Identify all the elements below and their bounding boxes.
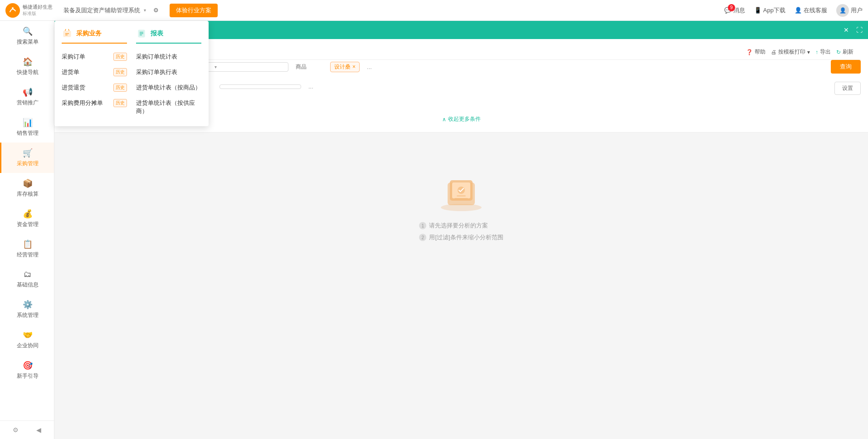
settings-btn[interactable]: 设置 xyxy=(834,82,861,95)
query-btn[interactable]: 查询 xyxy=(831,60,861,74)
phone-icon: 📱 xyxy=(754,7,761,14)
tab-bar-close-icon[interactable]: ✕ xyxy=(842,25,851,35)
dropdown-columns: 采购业务 采购订单 历史 进货单 历史 进货退货 历史 采购费用分摊单 历史 xyxy=(62,28,201,119)
user-avatar: 👤 xyxy=(836,4,849,17)
sidebar-label-marketing: 营销推广 xyxy=(17,99,39,107)
tab-bar-expand-icon[interactable]: ⛶ xyxy=(854,25,864,35)
status-select-arrow: ▾ xyxy=(215,64,217,69)
title-dropdown-arrow[interactable]: ▾ xyxy=(144,8,146,13)
user-btn[interactable]: 👤 用户 xyxy=(836,4,863,17)
app-download-btn[interactable]: 📱 App下载 xyxy=(754,6,785,15)
dropdown-item-inbound-stat-goods-label: 进货单统计表（按商品） xyxy=(136,84,201,92)
sales-icon: 📊 xyxy=(23,118,33,128)
dropdown-item-po-exec-label: 采购订单执行表 xyxy=(136,68,177,76)
dropdown-item-po-stat-label: 采购订单统计表 xyxy=(136,53,177,61)
header-right: 💬 9 消息 📱 App下载 👤 在线客服 👤 用户 xyxy=(724,4,863,17)
logo-version: 标准版 xyxy=(23,10,53,17)
print-label: 按模板打印 xyxy=(778,48,805,56)
report-col-title: 报表 xyxy=(151,30,163,38)
basic-info-icon: 🗂 xyxy=(24,270,32,279)
sidebar-label-operations: 经营管理 xyxy=(17,251,39,259)
print-arrow[interactable]: ▾ xyxy=(807,49,810,55)
logo-title: 畅捷通好生意 xyxy=(23,4,53,10)
sidebar-item-enterprise[interactable]: 🤝 企业协同 xyxy=(0,325,54,355)
empty-state: 1 请先选择要分析的方案 2 用[过滤]条件来缩小分析范围 xyxy=(54,133,868,278)
message-btn[interactable]: 💬 9 消息 xyxy=(724,6,745,15)
dropdown-item-po-stat[interactable]: 采购订单统计表 xyxy=(136,49,201,64)
service-icon: 👤 xyxy=(795,7,802,14)
user-label: 用户 xyxy=(851,6,863,15)
salesperson-dots[interactable]: ... xyxy=(308,83,313,90)
sidebar-label-search: 搜索菜单 xyxy=(17,38,39,46)
sidebar-label-basic-info: 基础信息 xyxy=(17,281,39,289)
sidebar-item-sales[interactable]: 📊 销售管理 xyxy=(0,112,54,143)
refresh-label: 刷新 xyxy=(843,48,853,56)
sidebar-collapse-btn[interactable]: ◀ xyxy=(36,426,41,434)
marketing-icon: 📢 xyxy=(23,87,33,97)
sidebar-item-guide[interactable]: 🎯 新手引导 xyxy=(0,355,54,385)
sidebar-item-marketing[interactable]: 📢 营销推广 xyxy=(0,82,54,112)
collapse-icon: ∧ xyxy=(442,116,446,123)
goods-dots[interactable]: ... xyxy=(367,64,372,70)
dropdown-item-inbound-stat-supplier-label: 进货单统计表（按供应商） xyxy=(136,99,201,115)
sidebar-label-inventory: 库存核算 xyxy=(17,190,39,198)
export-icon: ↑ xyxy=(815,49,818,55)
svg-point-0 xyxy=(12,7,14,9)
empty-tip-2-text: 用[过滤]条件来缩小分析范围 xyxy=(429,233,503,242)
empty-tip-1-text: 请先选择要分析的方案 xyxy=(429,222,488,230)
refresh-btn[interactable]: ↻ 刷新 xyxy=(836,48,853,56)
top-header: 畅捷通好生意 标准版 装备及固定资产辅助管理系统 ▾ ⚙ 体验行业方案 💬 9 … xyxy=(0,0,868,21)
dropdown-item-cost-label: 采购费用分摊单 xyxy=(62,99,103,107)
sidebar-label-quick-nav: 快捷导航 xyxy=(17,69,39,76)
dropdown-item-inbound-stat-supplier[interactable]: 进货单统计表（按供应商） xyxy=(136,95,201,119)
dropdown-item-inbound-label: 进货单 xyxy=(62,68,79,76)
sidebar-settings-btn[interactable]: ⚙ xyxy=(13,426,19,434)
sidebar-item-quick-nav[interactable]: 🏠 快捷导航 xyxy=(0,51,54,82)
system-title-text: 装备及固定资产辅助管理系统 xyxy=(63,6,140,15)
dropdown-item-po-exec[interactable]: 采购订单执行表 xyxy=(136,64,201,80)
purchase-col-icon xyxy=(62,28,73,39)
sidebar-item-inventory[interactable]: 📦 库存核算 xyxy=(0,173,54,203)
dropdown-col-purchase: 采购业务 采购订单 历史 进货单 历史 进货退货 历史 采购费用分摊单 历史 xyxy=(62,28,127,119)
logo-icon xyxy=(5,3,20,18)
sidebar-item-finance[interactable]: 💰 资金管理 xyxy=(0,203,54,234)
sidebar-item-basic-info[interactable]: 🗂 基础信息 xyxy=(0,264,54,294)
goods-label: 商品 xyxy=(296,63,323,71)
print-btn[interactable]: 🖨 按模板打印 ▾ xyxy=(771,48,810,56)
dropdown-item-purchase-order-label: 采购订单 xyxy=(62,53,85,61)
app-download-label: App下载 xyxy=(763,6,785,15)
sidebar-item-purchase[interactable]: 🛒 采购管理 xyxy=(0,143,54,173)
empty-tips: 1 请先选择要分析的方案 2 用[过滤]条件来缩小分析范围 xyxy=(419,222,503,242)
guide-icon: 🎯 xyxy=(23,360,33,370)
sidebar-item-operations[interactable]: 📋 经营管理 xyxy=(0,234,54,264)
home-icon: 🏠 xyxy=(23,57,33,67)
industry-btn[interactable]: 体验行业方案 xyxy=(170,4,218,17)
sidebar-item-system[interactable]: ⚙️ 系统管理 xyxy=(0,294,54,325)
status-select[interactable]: ▾ xyxy=(207,62,288,72)
history-tag-1: 历史 xyxy=(113,68,127,76)
dropdown-item-inbound[interactable]: 进货单 历史 xyxy=(62,64,127,80)
sidebar-label-enterprise: 企业协同 xyxy=(17,342,39,350)
refresh-icon: ↻ xyxy=(836,49,841,55)
finance-icon: 💰 xyxy=(23,209,33,219)
system-title-area: 装备及固定资产辅助管理系统 ▾ ⚙ 体验行业方案 xyxy=(63,4,724,17)
salesperson-select[interactable] xyxy=(219,84,301,89)
dropdown-item-return[interactable]: 进货退货 历史 xyxy=(62,80,127,95)
settings-icon-btn[interactable]: ⚙ xyxy=(150,4,162,17)
sidebar-bottom: ⚙ ◀ xyxy=(0,420,54,439)
dropdown-item-cost[interactable]: 采购费用分摊单 历史 xyxy=(62,95,127,111)
export-btn[interactable]: ↑ 导出 xyxy=(815,48,831,56)
system-icon: ⚙️ xyxy=(23,300,33,310)
sidebar-item-search[interactable]: 🔍 搜索菜单 xyxy=(0,21,54,51)
history-tag-3: 历史 xyxy=(113,99,127,107)
dropdown-item-inbound-stat-goods[interactable]: 进货单统计表（按商品） xyxy=(136,80,201,95)
report-col-icon xyxy=(136,28,147,39)
goods-tag-value: 设计桑 xyxy=(334,63,351,71)
inventory-icon: 📦 xyxy=(23,178,33,188)
online-service-btn[interactable]: 👤 在线客服 xyxy=(795,6,827,15)
goods-tag-close[interactable]: × xyxy=(352,64,356,70)
online-service-label: 在线客服 xyxy=(804,6,827,15)
dropdown-item-purchase-order[interactable]: 采购订单 历史 xyxy=(62,49,127,64)
help-btn[interactable]: ❓ 帮助 xyxy=(746,48,766,56)
sidebar-label-sales: 销售管理 xyxy=(17,129,39,137)
